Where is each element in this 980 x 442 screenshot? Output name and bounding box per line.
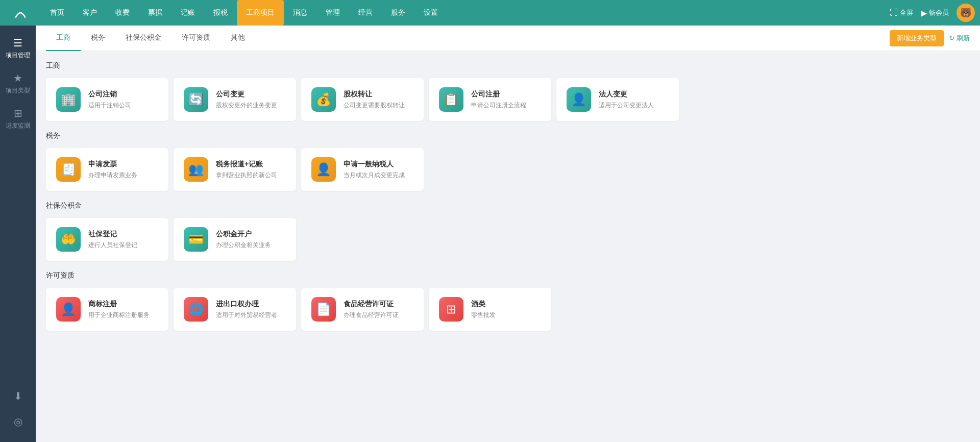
add-business-type-button[interactable]: 新增业务类型 [890, 30, 944, 46]
app-logo [5, 5, 36, 21]
card-title: 社保登记 [88, 230, 137, 239]
card-title: 商标注册 [88, 300, 150, 309]
card-icon: ⊞ [439, 297, 463, 322]
tab-其他[interactable]: 其他 [220, 26, 255, 51]
cards-grid: 🧾申请发票办理申请发票业务👥税务报道+记账拿到营业执照的新公司👤申请一般纳税人当… [46, 148, 970, 191]
sidebar-label-project-mgmt: 项目管理 [6, 51, 30, 60]
tab-税务[interactable]: 税务 [81, 26, 115, 51]
card-icon: 👤 [311, 157, 336, 182]
card-公司注册[interactable]: 📋公司注册申请公司注册全流程 [429, 78, 551, 121]
cards-grid: 👤商标注册用于企业商标注册服务🌐进出口权办理适用于对外贸易经营者📄食品经营许可证… [46, 288, 970, 331]
card-text: 公积金开户办理公积金相关业务 [216, 230, 271, 250]
card-desc: 适用于公司变更法人 [599, 101, 654, 110]
tabs: 工商税务社保公积金许可资质其他 [46, 26, 255, 51]
section-title: 社保公积金 [46, 201, 970, 210]
card-进出口权办理[interactable]: 🌐进出口权办理适用于对外贸易经营者 [174, 288, 296, 331]
member-button[interactable]: ▶ 畅会员 [921, 8, 949, 18]
card-desc: 适用于注销公司 [88, 101, 131, 110]
card-icon: 📄 [311, 297, 336, 322]
sidebar-label-project-type: 项目类型 [6, 86, 30, 95]
refresh-icon: ↻ [949, 34, 954, 42]
card-icon: 👥 [184, 157, 208, 182]
main-layout: ☰ 项目管理 ★ 项目类型 ⊞ 进度监测 ⬇ ◎ 工商税务社保公积金许可资质其他… [0, 26, 980, 442]
section-title: 税务 [46, 131, 970, 140]
card-title: 申请一般纳税人 [344, 160, 405, 169]
nav-item-客户[interactable]: 客户 [74, 0, 106, 26]
card-酒类[interactable]: ⊞酒类零售批发 [429, 288, 551, 331]
card-text: 进出口权办理适用于对外贸易经营者 [216, 300, 277, 320]
top-navigation: 首页客户收费票据记账报税工商项目消息管理经营服务设置 ⛶ 全屏 ▶ 畅会员 🐻 [0, 0, 980, 26]
card-text: 食品经营许可证办理食品经营许可证 [344, 300, 399, 320]
tab-许可资质[interactable]: 许可资质 [172, 26, 220, 51]
list-icon: ☰ [13, 37, 22, 49]
card-申请发票[interactable]: 🧾申请发票办理申请发票业务 [46, 148, 168, 191]
card-税务报道+记账[interactable]: 👥税务报道+记账拿到营业执照的新公司 [174, 148, 296, 191]
card-title: 公司注册 [471, 90, 526, 99]
section-许可资质: 许可资质👤商标注册用于企业商标注册服务🌐进出口权办理适用于对外贸易经营者📄食品经… [46, 271, 970, 331]
card-text: 申请发票办理申请发票业务 [88, 160, 137, 180]
card-desc: 用于企业商标注册服务 [88, 311, 150, 320]
nav-item-服务[interactable]: 服务 [382, 0, 414, 26]
nav-item-记账[interactable]: 记账 [172, 0, 204, 26]
card-icon: 💰 [311, 87, 336, 112]
card-text: 酒类零售批发 [471, 300, 496, 320]
nav-item-消息[interactable]: 消息 [284, 0, 316, 26]
card-icon: 💳 [184, 227, 208, 252]
nav-item-管理[interactable]: 管理 [316, 0, 349, 26]
card-商标注册[interactable]: 👤商标注册用于企业商标注册服务 [46, 288, 168, 331]
card-title: 股权转让 [344, 90, 405, 99]
card-text: 股权转让公司变更需要股权转让 [344, 90, 405, 110]
card-icon: 📋 [439, 87, 463, 112]
card-text: 商标注册用于企业商标注册服务 [88, 300, 150, 320]
section-税务: 税务🧾申请发票办理申请发票业务👥税务报道+记账拿到营业执照的新公司👤申请一般纳税… [46, 131, 970, 191]
card-公司注销[interactable]: 🏢公司注销适用于注销公司 [46, 78, 168, 121]
section-title: 许可资质 [46, 271, 970, 280]
fullscreen-button[interactable]: ⛶ 全屏 [890, 8, 913, 17]
card-title: 酒类 [471, 300, 496, 309]
nav-item-工商项目[interactable]: 工商项目 [237, 0, 284, 26]
card-text: 公司注册申请公司注册全流程 [471, 90, 526, 110]
card-title: 税务报道+记账 [216, 160, 277, 169]
sidebar-label-progress: 进度监测 [6, 121, 30, 130]
location-icon[interactable]: ◎ [10, 411, 27, 432]
nav-item-经营[interactable]: 经营 [349, 0, 382, 26]
card-text: 法人变更适用于公司变更法人 [599, 90, 654, 110]
card-icon: 👤 [56, 297, 81, 322]
card-icon: 🏢 [56, 87, 81, 112]
cards-grid: 🤲社保登记进行人员社保登记💳公积金开户办理公积金相关业务 [46, 218, 970, 261]
tab-bar: 工商税务社保公积金许可资质其他 新增业务类型 ↻ 刷新 [36, 26, 980, 51]
card-desc: 零售批发 [471, 311, 496, 320]
card-text: 税务报道+记账拿到营业执照的新公司 [216, 160, 277, 180]
sidebar-bottom: ⬇ ◎ [0, 386, 36, 442]
section-工商: 工商🏢公司注销适用于注销公司🔄公司变更股权变更外的业务变更💰股权转让公司变更需要… [46, 61, 970, 121]
sidebar-item-project-mgmt[interactable]: ☰ 项目管理 [0, 31, 36, 66]
card-title: 公司变更 [216, 90, 277, 99]
card-社保登记[interactable]: 🤲社保登记进行人员社保登记 [46, 218, 168, 261]
nav-item-首页[interactable]: 首页 [41, 0, 74, 26]
card-食品经营许可证[interactable]: 📄食品经营许可证办理食品经营许可证 [301, 288, 424, 331]
sidebar-item-progress[interactable]: ⊞ 进度监测 [0, 101, 36, 136]
card-股权转让[interactable]: 💰股权转让公司变更需要股权转让 [301, 78, 424, 121]
card-title: 法人变更 [599, 90, 654, 99]
card-法人变更[interactable]: 👤法人变更适用于公司变更法人 [556, 78, 679, 121]
tab-社保公积金[interactable]: 社保公积金 [115, 26, 172, 51]
card-title: 申请发票 [88, 160, 137, 169]
sidebar-item-project-type[interactable]: ★ 项目类型 [0, 66, 36, 101]
nav-item-报税[interactable]: 报税 [204, 0, 237, 26]
nav-menu: 首页客户收费票据记账报税工商项目消息管理经营服务设置 [41, 0, 890, 26]
nav-item-设置[interactable]: 设置 [414, 0, 447, 26]
nav-right: ⛶ 全屏 ▶ 畅会员 🐻 [890, 4, 975, 22]
card-公积金开户[interactable]: 💳公积金开户办理公积金相关业务 [174, 218, 296, 261]
nav-item-票据[interactable]: 票据 [139, 0, 172, 26]
card-申请一般纳税人[interactable]: 👤申请一般纳税人当月或次月成变更完成 [301, 148, 424, 191]
card-desc: 股权变更外的业务变更 [216, 101, 277, 110]
card-desc: 拿到营业执照的新公司 [216, 171, 277, 180]
card-desc: 办理公积金相关业务 [216, 241, 271, 250]
refresh-button[interactable]: ↻ 刷新 [949, 34, 970, 43]
card-desc: 适用于对外贸易经营者 [216, 311, 277, 320]
avatar[interactable]: 🐻 [957, 4, 975, 22]
tab-工商[interactable]: 工商 [46, 26, 81, 51]
card-公司变更[interactable]: 🔄公司变更股权变更外的业务变更 [174, 78, 296, 121]
nav-item-收费[interactable]: 收费 [106, 0, 139, 26]
download-icon[interactable]: ⬇ [10, 386, 27, 406]
